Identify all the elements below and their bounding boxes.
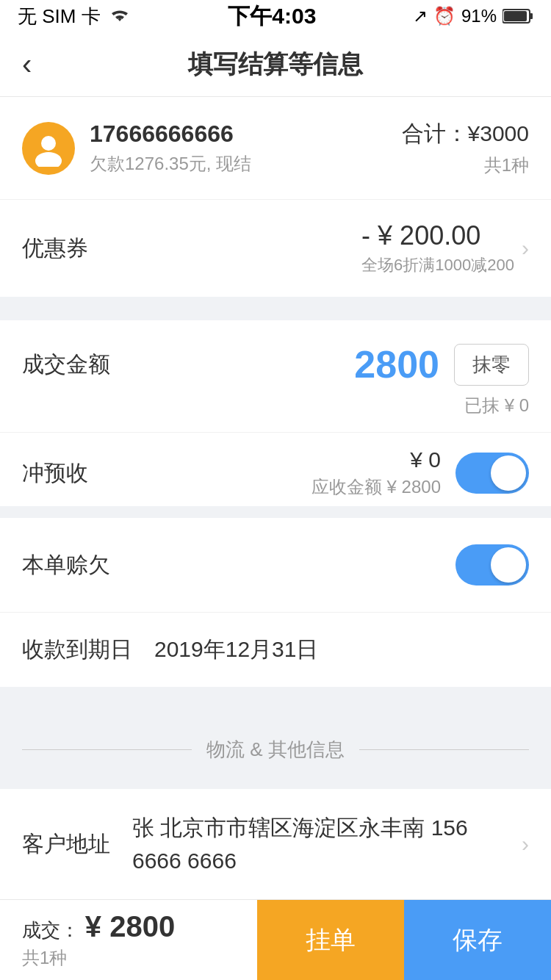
- debit-section: 本单赊欠 收款到期日 2019年12月31日: [0, 518, 551, 687]
- prepay-toggle[interactable]: [455, 453, 529, 494]
- logistics-section: 物流 & 其他信息: [0, 710, 551, 789]
- customer-row: 17666666666 欠款1276.35元, 现结 合计：¥3000 共1种: [0, 97, 551, 199]
- avatar: [22, 122, 75, 175]
- customer-phone: 17666666666: [90, 120, 251, 148]
- round-button[interactable]: 抹零: [454, 344, 529, 386]
- logistics-title: 物流 & 其他信息: [206, 737, 345, 763]
- nav-bar: ‹ 填写结算等信息: [0, 32, 551, 97]
- amount-row: 成交金额 2800 抹零: [0, 320, 551, 394]
- coupon-discount: - ¥ 200.00: [361, 220, 514, 251]
- bottom-bar: 成交： ¥ 2800 共1种 挂单 保存: [0, 899, 551, 980]
- customer-debt: 欠款1276.35元, 现结: [90, 152, 251, 176]
- svg-point-4: [35, 152, 62, 167]
- customer-left: 17666666666 欠款1276.35元, 现结: [22, 120, 251, 176]
- status-bar: 无 SIM 卡 下午4:03 ↗ ⏰ 91%: [0, 0, 551, 32]
- debit-toggle[interactable]: [455, 544, 529, 586]
- deal-label: 成交金额: [22, 350, 110, 380]
- deal-sub: 已抹 ¥ 0: [0, 394, 551, 432]
- coupon-right: - ¥ 200.00 全场6折满1000减200 ›: [361, 220, 529, 276]
- customer-card: 17666666666 欠款1276.35元, 现结 合计：¥3000 共1种 …: [0, 97, 551, 297]
- duedate-row: 收款到期日 2019年12月31日: [0, 612, 551, 687]
- prepay-row: 冲预收 ¥ 0 应收金额 ¥ 2800: [0, 432, 551, 506]
- total-amount: 合计：¥3000: [402, 119, 529, 149]
- prepay-right: ¥ 0 应收金额 ¥ 2800: [311, 447, 529, 499]
- logistics-header: 物流 & 其他信息: [0, 725, 551, 774]
- deal-section: 成交金额 2800 抹零 已抹 ¥ 0 冲预收 ¥ 0 应收金额 ¥ 2800: [0, 320, 551, 506]
- duedate-label: 收款到期日: [22, 635, 132, 665]
- address-row[interactable]: 客户地址 张 北京市市辖区海淀区永丰南 156 6666 6666 ›: [0, 789, 551, 899]
- svg-point-3: [41, 136, 56, 151]
- amount-right: 2800 抹零: [354, 342, 529, 386]
- bottom-summary-label: 成交：: [22, 919, 79, 941]
- prepay-amount: ¥ 0: [311, 447, 441, 472]
- customer-right: 合计：¥3000 共1种: [402, 119, 529, 177]
- address-label: 客户地址: [22, 829, 110, 860]
- alarm-icon: ⏰: [433, 6, 455, 26]
- address-chevron-icon: ›: [522, 832, 529, 857]
- toggle-knob: [491, 455, 526, 491]
- address-value: 张 北京市市辖区海淀区永丰南 156 6666 6666: [132, 811, 522, 877]
- svg-rect-2: [504, 11, 527, 21]
- bottom-summary-line1: 成交： ¥ 2800: [22, 910, 235, 943]
- status-time: 下午4:03: [228, 1, 316, 32]
- coupon-detail: - ¥ 200.00 全场6折满1000减200: [361, 220, 514, 276]
- customer-info: 17666666666 欠款1276.35元, 现结: [90, 120, 251, 176]
- status-left: 无 SIM 卡: [18, 4, 132, 29]
- bottom-summary-count: 共1种: [22, 946, 235, 970]
- chevron-right-icon: ›: [522, 236, 529, 261]
- bottom-summary-amount: ¥ 2800: [85, 910, 175, 943]
- section-divider-3: [0, 699, 551, 710]
- section-divider-2: [0, 506, 551, 518]
- debit-toggle-knob: [491, 547, 526, 583]
- battery-icon: [503, 8, 533, 24]
- prepay-values: ¥ 0 应收金额 ¥ 2800: [311, 447, 441, 499]
- logistics-line-right: [359, 749, 529, 750]
- location-icon: ↗: [413, 6, 428, 26]
- page-title: 填写结算等信息: [188, 48, 363, 82]
- total-count: 共1种: [402, 154, 529, 177]
- coupon-description: 全场6折满1000减200: [361, 254, 514, 276]
- duedate-value: 2019年12月31日: [154, 635, 318, 665]
- back-button[interactable]: ‹: [22, 48, 32, 81]
- coupon-row[interactable]: 优惠券 - ¥ 200.00 全场6折满1000减200 ›: [0, 199, 551, 297]
- user-icon: [30, 130, 67, 167]
- save-button[interactable]: 保存: [404, 900, 551, 981]
- debit-row: 本单赊欠: [0, 518, 551, 612]
- prepay-sub: 应收金额 ¥ 2800: [311, 475, 441, 499]
- debit-label: 本单赊欠: [22, 550, 110, 580]
- battery-percent: 91%: [461, 6, 497, 26]
- section-divider-1: [0, 309, 551, 320]
- deal-value: 2800: [354, 342, 439, 386]
- wifi-icon: [108, 8, 132, 24]
- svg-rect-1: [530, 13, 533, 19]
- sim-status: 无 SIM 卡: [18, 4, 101, 29]
- logistics-line-left: [22, 749, 192, 750]
- coupon-label: 优惠券: [22, 234, 88, 264]
- content: 17666666666 欠款1276.35元, 现结 合计：¥3000 共1种 …: [0, 97, 551, 980]
- bottom-summary: 成交： ¥ 2800 共1种: [0, 910, 257, 970]
- pending-button[interactable]: 挂单: [257, 900, 404, 981]
- prepay-label: 冲预收: [22, 458, 88, 489]
- status-right: ↗ ⏰ 91%: [413, 6, 533, 26]
